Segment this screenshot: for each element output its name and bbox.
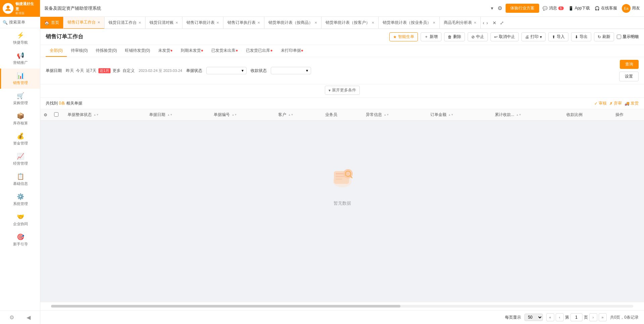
date-opt-custom[interactable]: 自定义 [123, 68, 135, 74]
tabbar-prev-arrow[interactable]: ‹ [482, 19, 485, 26]
table-scroll-area[interactable]: ⚙ 单据整体状态 ▲▼ 单据日期 ▲▼ [40, 109, 644, 302]
tab-sales-summary-product-close[interactable]: ✕ [314, 21, 317, 25]
exception-sort-icon[interactable]: ▲▼ [384, 114, 389, 116]
tab-cash-daily-close[interactable]: ✕ [138, 21, 141, 25]
page-number-input[interactable] [570, 313, 583, 321]
show-detail-checkbox[interactable] [617, 35, 621, 39]
customer-sort-icon[interactable]: ▲▼ [288, 114, 294, 116]
sidebar-item-inventory[interactable]: 📦 库存核算 [0, 109, 40, 129]
sidebar-item-sales[interactable]: 📊 销售管理 [0, 69, 40, 89]
sidebar-item-finance[interactable]: 💰 资金管理 [0, 129, 40, 149]
tab-sales-summary-product[interactable]: 销货单统计表（按商品） ✕ [264, 17, 321, 29]
sidebar-item-quick-nav[interactable]: ⚡ 快捷导航 [0, 28, 40, 48]
date-opt-more[interactable]: 更多 [113, 68, 121, 74]
tab-sales-summary-staff-close[interactable]: ✕ [433, 21, 435, 25]
tab-cash-daily[interactable]: 钱货日清工作台 ✕ [104, 17, 145, 29]
column-settings-icon[interactable]: ⚙ [44, 113, 47, 117]
tab-sales-stats-close[interactable]: ✕ [216, 21, 219, 25]
sidebar-item-promo[interactable]: 📢 营销推广 [0, 48, 40, 69]
system-dropdown[interactable]: ▼ [490, 6, 494, 11]
tab-sales-workbench-close[interactable]: ✕ [97, 21, 100, 24]
sidebar-item-basic[interactable]: 📋 基础信息 [0, 169, 40, 190]
bill-number-sort-icon[interactable]: ▲▼ [232, 114, 237, 116]
filter-tab-expired-not-shipped[interactable]: 到期未发货● [177, 45, 207, 57]
filter-tab-shipped-out[interactable]: 已发货已出库● [242, 45, 276, 57]
add-btn[interactable]: ＋ 新增 [421, 32, 441, 41]
date-opt-1month[interactable]: 近1月 [98, 68, 111, 73]
review-btn[interactable]: ✓ 审核 [594, 100, 607, 106]
th-gear[interactable]: ⚙ [40, 109, 51, 121]
tab-sales-stats[interactable]: 销售订单统计表 ✕ [182, 17, 223, 29]
sidebar-item-guide[interactable]: 🎯 新手引导 [0, 230, 40, 250]
sidebar-item-purchase[interactable]: 🛒 采购管理 [0, 89, 40, 109]
accumulated-payment-sort-icon[interactable]: ▲▼ [516, 114, 521, 116]
expand-conditions-btn[interactable]: ▾ 展开更多条件 [325, 86, 360, 95]
th-accumulated-payment[interactable]: 累计收款... ▲▼ [491, 109, 563, 121]
online-service-item[interactable]: 🎧 在线客服 [595, 5, 617, 11]
tab-cash-reconcile-close[interactable]: ✕ [175, 21, 178, 25]
bill-date-sort-icon[interactable]: ▲▼ [167, 114, 173, 116]
sidebar-collapse-icon[interactable]: ◀ [27, 314, 31, 321]
th-bill-date[interactable]: 单据日期 ▲▼ [146, 109, 210, 121]
th-salesperson[interactable]: 业务员 [322, 109, 362, 121]
th-bill-number[interactable]: 单据编号 ▲▼ [210, 109, 275, 121]
tabbar-next-arrow[interactable]: › [486, 19, 489, 26]
filter-tab-pending-review[interactable]: 待审核(0) [67, 45, 92, 57]
th-bill-status[interactable]: 单据整体状态 ▲▼ [64, 109, 146, 121]
industry-btn[interactable]: 体验行业方案 [506, 4, 539, 13]
sidebar-item-ops[interactable]: 📈 经营管理 [0, 149, 40, 169]
tab-sales-workbench[interactable]: 销售订单工作台 ✕ [63, 17, 104, 29]
order-amount-sort-icon[interactable]: ▲▼ [448, 114, 454, 116]
sidebar-search[interactable]: 🔍 搜索菜单 [0, 17, 40, 28]
message-item[interactable]: 💬 消息 6 [543, 5, 564, 11]
settings-gear-icon[interactable]: ⚙ [498, 5, 502, 11]
filter-tab-not-printed[interactable]: 未打印单据● [277, 45, 307, 57]
filter-tab-pending-inspect[interactable]: 待拣验货(0) [92, 45, 121, 57]
tab-cash-reconcile[interactable]: 钱货日清对账 ✕ [145, 17, 182, 29]
tab-home[interactable]: 🏠 首页 [40, 17, 63, 29]
filter-tab-shipped-not-out[interactable]: 已发货未出库● [207, 45, 242, 57]
horizontal-scrollbar[interactable] [40, 302, 644, 310]
query-btn[interactable]: 查询 [620, 60, 639, 69]
import-btn[interactable]: ⬆ 导入 [548, 32, 568, 41]
th-customer[interactable]: 客户 ▲▼ [275, 109, 322, 121]
date-opt-yesterday[interactable]: 昨天 [66, 68, 74, 74]
per-page-select[interactable]: 50 20 100 [524, 314, 543, 321]
pagination-next-btn[interactable]: › [589, 313, 597, 321]
cancel-stop-btn[interactable]: ↩ 取消中止 [490, 32, 519, 41]
tab-margin-analysis-close[interactable]: ✕ [474, 21, 476, 25]
sidebar-item-system[interactable]: ⚙️ 系统管理 [0, 190, 40, 210]
payment-status-select[interactable]: ▾ [271, 67, 311, 74]
th-payment-ratio[interactable]: 收款比例 [563, 109, 612, 121]
bill-status-select[interactable]: ▾ [206, 67, 247, 74]
app-download-item[interactable]: 📱 App下载 [568, 5, 590, 11]
th-order-amount[interactable]: 订单金额 ▲▼ [427, 109, 491, 121]
pagination-first-btn[interactable]: « [546, 313, 554, 321]
ship-btn[interactable]: 🚚 发货 [625, 100, 639, 106]
tab-margin-analysis[interactable]: 商品毛利分析表 ✕ [440, 17, 481, 29]
filter-tab-all[interactable]: 全部(0) [46, 45, 67, 57]
refresh-btn[interactable]: ↻ 刷新 [594, 32, 614, 41]
export-btn[interactable]: ⬇ 导出 [571, 32, 591, 41]
date-opt-today[interactable]: 今天 [76, 68, 84, 74]
tab-sales-summary-customer-close[interactable]: ✕ [372, 21, 374, 25]
tab-sales-exec-close[interactable]: ✕ [257, 21, 260, 25]
filter-tab-not-shipped[interactable]: 未发货● [154, 45, 177, 57]
th-exception[interactable]: 异常信息 ▲▼ [362, 109, 427, 121]
select-all-checkbox[interactable] [54, 112, 58, 117]
sidebar-item-corp[interactable]: 🤝 企业协同 [0, 210, 40, 230]
smart-order-btn[interactable]: ★ 智能生单 [389, 32, 418, 41]
pagination-last-btn[interactable]: » [599, 313, 607, 321]
tab-close-all-btn[interactable]: ✕ [491, 19, 498, 26]
filter-tab-wangpu-pending[interactable]: 旺铺待发货(0) [121, 45, 154, 57]
print-btn[interactable]: 🖨 打印 ▾ [521, 32, 546, 41]
sidebar-settings-icon[interactable]: ⚙ [9, 314, 14, 321]
bill-status-sort-icon[interactable]: ▲▼ [93, 114, 99, 116]
th-checkbox[interactable] [51, 109, 64, 121]
stop-btn[interactable]: ⊘ 中止 [468, 32, 488, 41]
settings-btn[interactable]: 设置 [619, 72, 639, 81]
tab-sales-summary-customer[interactable]: 销货单统计表（按客户） ✕ [321, 17, 379, 29]
show-detail-checkbox-label[interactable]: 显示明细 [617, 34, 639, 40]
pagination-prev-btn[interactable]: ‹ [556, 313, 564, 321]
tab-sales-exec[interactable]: 销售订单执行表 ✕ [223, 17, 264, 29]
